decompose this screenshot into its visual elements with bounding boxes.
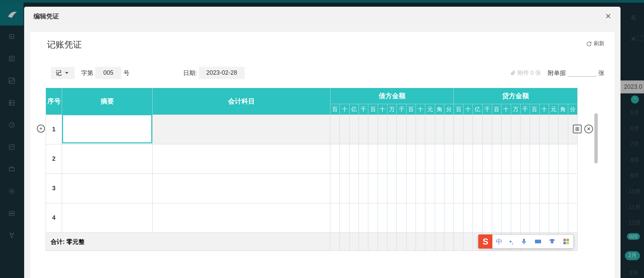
- summary-cell[interactable]: [62, 115, 153, 144]
- amount-digit-cell[interactable]: [473, 115, 482, 144]
- insert-row-button[interactable]: ⊞: [573, 125, 582, 133]
- ime-toolbar[interactable]: S 中 •,: [478, 234, 574, 249]
- subject-cell[interactable]: [153, 144, 330, 174]
- amount-digit-cell[interactable]: [397, 115, 406, 144]
- ime-punct-icon[interactable]: •,: [506, 235, 517, 248]
- amount-digit-cell[interactable]: [549, 174, 558, 203]
- amount-digit-cell[interactable]: [378, 203, 387, 233]
- amount-digit-cell[interactable]: [520, 174, 530, 203]
- amount-digit-cell[interactable]: [416, 174, 425, 203]
- amount-digit-cell[interactable]: [549, 203, 558, 233]
- amount-digit-cell[interactable]: [397, 203, 406, 233]
- amount-digit-cell[interactable]: [530, 174, 539, 203]
- amount-digit-cell[interactable]: [330, 144, 340, 174]
- amount-digit-cell[interactable]: [473, 174, 482, 203]
- ime-logo-icon[interactable]: S: [478, 234, 492, 249]
- amount-digit-cell[interactable]: [416, 203, 425, 233]
- amount-digit-cell[interactable]: [558, 203, 568, 233]
- amount-digit-cell[interactable]: [454, 144, 463, 174]
- amount-digit-cell[interactable]: [520, 115, 530, 144]
- amount-digit-cell[interactable]: [511, 174, 520, 203]
- amount-digit-cell[interactable]: [549, 144, 558, 174]
- refresh-button[interactable]: 刷新: [586, 40, 604, 47]
- subject-cell[interactable]: [153, 115, 330, 144]
- ime-lang[interactable]: 中: [492, 235, 506, 248]
- attachment-link[interactable]: 附件 0 张: [510, 69, 541, 77]
- amount-digit-cell[interactable]: [397, 174, 406, 203]
- amount-digit-cell[interactable]: [416, 115, 425, 144]
- amount-digit-cell[interactable]: [425, 115, 435, 144]
- amount-digit-cell[interactable]: [387, 144, 397, 174]
- amount-digit-cell[interactable]: [463, 144, 473, 174]
- voucher-type-select[interactable]: 记: [51, 67, 74, 79]
- amount-digit-cell[interactable]: [463, 203, 473, 233]
- amount-digit-cell[interactable]: [511, 144, 520, 174]
- amount-digit-cell[interactable]: [435, 203, 444, 233]
- amount-digit-cell[interactable]: [387, 115, 397, 144]
- amount-digit-cell[interactable]: [568, 203, 577, 233]
- amount-digit-cell[interactable]: [454, 174, 463, 203]
- subject-cell[interactable]: [153, 203, 330, 233]
- amount-digit-cell[interactable]: [492, 144, 501, 174]
- amount-digit-cell[interactable]: [482, 203, 492, 233]
- amount-digit-cell[interactable]: [349, 174, 359, 203]
- amount-digit-cell[interactable]: [359, 203, 368, 233]
- amount-digit-cell[interactable]: [520, 144, 530, 174]
- amount-digit-cell[interactable]: [330, 203, 340, 233]
- summary-cell[interactable]: [62, 174, 153, 203]
- amount-digit-cell[interactable]: [568, 144, 577, 174]
- amount-digit-cell[interactable]: [330, 115, 340, 144]
- subject-cell[interactable]: [153, 174, 330, 203]
- amount-digit-cell[interactable]: [387, 203, 397, 233]
- amount-digit-cell[interactable]: [530, 144, 539, 174]
- amount-digit-cell[interactable]: [368, 174, 378, 203]
- amount-digit-cell[interactable]: [482, 174, 492, 203]
- voucher-number-input[interactable]: [95, 67, 121, 79]
- amount-digit-cell[interactable]: [454, 203, 463, 233]
- summary-cell[interactable]: [62, 203, 153, 233]
- summary-input[interactable]: [62, 114, 152, 143]
- amount-digit-cell[interactable]: [359, 174, 368, 203]
- amount-digit-cell[interactable]: [520, 203, 530, 233]
- amount-digit-cell[interactable]: [511, 203, 520, 233]
- amount-digit-cell[interactable]: [454, 115, 463, 144]
- amount-digit-cell[interactable]: [435, 115, 444, 144]
- ime-skin-icon[interactable]: [545, 235, 559, 248]
- scrollbar-thumb[interactable]: [594, 113, 598, 163]
- ime-mic-icon[interactable]: [517, 235, 531, 248]
- amount-digit-cell[interactable]: [444, 174, 454, 203]
- amount-digit-cell[interactable]: [349, 115, 359, 144]
- amount-digit-cell[interactable]: [444, 203, 454, 233]
- summary-cell[interactable]: [62, 144, 153, 174]
- amount-digit-cell[interactable]: [435, 174, 444, 203]
- ime-toolbox-icon[interactable]: [559, 235, 573, 248]
- amount-digit-cell[interactable]: [568, 174, 577, 203]
- amount-digit-cell[interactable]: [368, 203, 378, 233]
- amount-digit-cell[interactable]: [359, 144, 368, 174]
- amount-digit-cell[interactable]: [435, 144, 444, 174]
- amount-digit-cell[interactable]: [378, 174, 387, 203]
- amount-digit-cell[interactable]: [397, 144, 406, 174]
- close-icon[interactable]: ✕: [605, 12, 611, 21]
- amount-digit-cell[interactable]: [511, 115, 520, 144]
- amount-digit-cell[interactable]: [359, 115, 368, 144]
- amount-digit-cell[interactable]: [549, 115, 558, 144]
- add-row-button[interactable]: +: [37, 125, 45, 133]
- amount-digit-cell[interactable]: [406, 174, 416, 203]
- amount-digit-cell[interactable]: [463, 115, 473, 144]
- amount-digit-cell[interactable]: [463, 174, 473, 203]
- amount-digit-cell[interactable]: [416, 144, 425, 174]
- delete-row-button[interactable]: ✕: [584, 125, 593, 133]
- amount-digit-cell[interactable]: [425, 203, 435, 233]
- amount-digit-cell[interactable]: [349, 203, 359, 233]
- ime-keyboard-icon[interactable]: [531, 235, 545, 248]
- amount-digit-cell[interactable]: [530, 115, 539, 144]
- amount-digit-cell[interactable]: [340, 174, 349, 203]
- amount-digit-cell[interactable]: [492, 174, 501, 203]
- amount-digit-cell[interactable]: [349, 144, 359, 174]
- amount-digit-cell[interactable]: [539, 144, 549, 174]
- amount-digit-cell[interactable]: [425, 174, 435, 203]
- amount-digit-cell[interactable]: [558, 174, 568, 203]
- amount-digit-cell[interactable]: [492, 115, 501, 144]
- amount-digit-cell[interactable]: [425, 144, 435, 174]
